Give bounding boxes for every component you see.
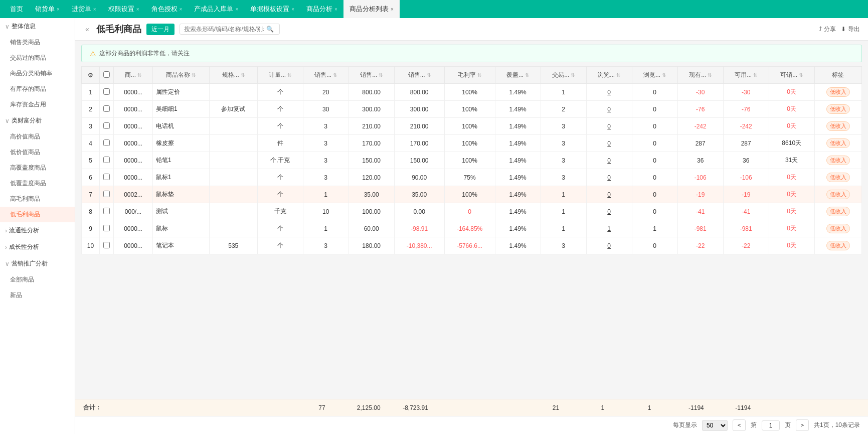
row-sales-price: 180.00 [349,237,394,254]
row-current-stock: -106 [677,169,723,186]
col-views1: 浏览...⇅ [586,67,632,84]
page-number-input[interactable] [762,420,780,430]
sidebar-item-high-margin[interactable]: 高毛利商品 [0,191,75,207]
row-select-checkbox[interactable] [103,174,110,180]
table-wrapper[interactable]: ⚙ 商...⇅ 商品名称⇅ 规格...⇅ 计量...⇅ 销售...⇅ 销售...… [81,66,862,399]
close-icon[interactable]: × [235,7,238,12]
sidebar-item-stock-products[interactable]: 有库存的商品 [0,81,75,97]
table-row: 4 0000... 橡皮擦 件 3 170.00 170.00 100% 1.4… [82,135,862,152]
tag-badge: 低收入 [826,207,850,216]
col-settings[interactable]: ⚙ [82,67,100,84]
close-icon[interactable]: × [291,7,294,12]
close-icon[interactable]: × [391,7,394,12]
row-sales-qty: 1 [303,220,349,237]
footer-spacer2 [158,404,205,411]
prev-page-button[interactable]: ＜ [733,419,746,431]
row-views2: 0 [632,101,677,118]
sidebar-item-high-coverage[interactable]: 高覆盖度商品 [0,160,75,176]
row-select-checkbox[interactable] [103,88,110,95]
close-icon[interactable]: × [136,7,139,12]
row-select-checkbox[interactable] [103,139,110,146]
row-checkbox[interactable] [100,186,114,203]
row-checkbox[interactable] [100,135,114,152]
sidebar-item-low-coverage[interactable]: 低覆盖度商品 [0,176,75,191]
row-spec [209,186,257,203]
row-spec [209,152,257,169]
sidebar-item-all-products[interactable]: 全部商品 [0,272,75,287]
col-sales-price: 销售...⇅ [349,67,394,84]
row-select-checkbox[interactable] [103,208,110,214]
collapse-sidebar-button[interactable]: « [83,23,91,35]
row-checkbox[interactable] [100,84,114,101]
row-checkbox[interactable] [100,101,114,118]
row-select-checkbox[interactable] [103,191,110,197]
sidebar-item-traded-products[interactable]: 交易过的商品 [0,50,75,66]
row-gross-margin: -164.85% [444,220,495,237]
close-icon[interactable]: × [57,7,60,12]
row-checkbox[interactable] [100,220,114,237]
row-sellable: 8610天 [769,135,814,152]
share-button[interactable]: ⤴ 分享 [819,25,836,34]
sidebar-item-stock-capital[interactable]: 库存资金占用 [0,97,75,112]
close-icon[interactable]: × [180,7,183,12]
row-spec [209,203,257,220]
sidebar-item-high-value[interactable]: 高价值商品 [0,129,75,144]
sidebar-group-overview[interactable]: ∨ 整体信息 [0,18,75,35]
footer-spacer1 [111,404,158,411]
sidebar-item-new-products[interactable]: 新品 [0,287,75,303]
row-name: 属性定价 [152,84,209,101]
nav-permission-settings[interactable]: 权限设置 × [102,0,145,18]
row-views2: 0 [632,152,677,169]
nav-product-warehouse[interactable]: 产成品入库单 × [188,0,244,18]
tag-badge: 低收入 [826,104,850,114]
sidebar-item-low-value[interactable]: 低价值商品 [0,144,75,160]
row-select-checkbox[interactable] [103,225,110,231]
row-select-checkbox[interactable] [103,105,110,112]
row-select-checkbox[interactable] [103,157,110,163]
nav-template-settings[interactable]: 单据模板设置 × [244,0,300,18]
row-name: 笔记本 [152,237,209,254]
period-button[interactable]: 近一月 [146,24,175,35]
row-checkbox[interactable] [100,118,114,135]
search-icon[interactable]: 🔍 [266,26,274,33]
row-current-stock: -41 [677,203,723,220]
nav-role-auth[interactable]: 角色授权 × [145,0,189,18]
per-page-select[interactable]: 50 100 200 [702,420,728,431]
row-select-checkbox[interactable] [103,122,110,129]
footer-transactions: 21 [533,404,579,411]
nav-sales-order[interactable]: 销货单 × [29,0,66,18]
close-icon[interactable]: × [334,7,337,12]
close-icon[interactable]: × [93,7,96,12]
row-checkbox[interactable] [100,169,114,186]
row-views2: 0 [632,169,677,186]
row-checkbox[interactable] [100,152,114,169]
row-sales-price: 210.00 [349,118,394,135]
row-name: 吴细细1 [152,101,209,118]
sidebar-item-sales-products[interactable]: 销售类商品 [0,35,75,50]
row-sales-amount: 800.00 [394,84,444,101]
row-code: 0002... [114,186,153,203]
col-coverage: 覆盖...⇅ [495,67,541,84]
sidebar-group-growth[interactable]: › 成长性分析 [0,239,75,255]
sidebar-item-low-margin[interactable]: 低毛利商品 [0,207,75,222]
next-page-button[interactable]: ＞ [796,419,809,431]
nav-purchase-order[interactable]: 进货单 × [66,0,102,18]
tag-badge: 低收入 [826,121,850,131]
export-button[interactable]: ⬇ 导出 [841,25,860,34]
sidebar-group-liquidity[interactable]: › 流通性分析 [0,222,75,239]
row-select-checkbox[interactable] [103,242,110,248]
nav-product-analysis[interactable]: 商品分析 × [300,0,343,18]
row-checkbox[interactable] [100,237,114,254]
sidebar-group-marketing[interactable]: ∨ 营销推广分析 [0,255,75,272]
select-all-checkbox[interactable] [103,71,110,78]
sidebar-group-wealth-analysis[interactable]: ∨ 类财富分析 [0,112,75,129]
row-checkbox[interactable] [100,203,114,220]
nav-home[interactable]: 首页 [4,0,29,18]
search-input[interactable] [184,26,264,33]
sidebar-item-category-sales-rate[interactable]: 商品分类助销率 [0,66,75,81]
row-coverage: 1.49% [495,135,541,152]
row-name: 橡皮擦 [152,135,209,152]
content-header: « 低毛利商品 近一月 🔍 ⤴ 分享 ⬇ 导出 [75,18,868,41]
row-num: 7 [82,186,100,203]
nav-product-analysis-list[interactable]: 商品分析列表 × [343,0,400,18]
